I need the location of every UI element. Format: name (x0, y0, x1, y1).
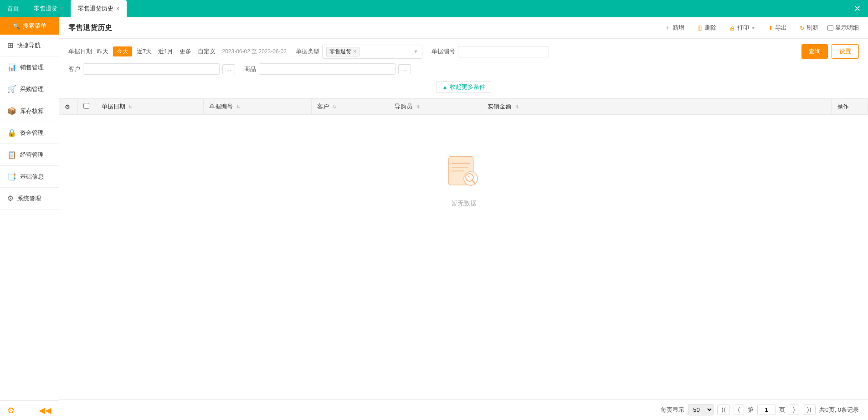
collapse-row: ▲ 收起更多条件 (68, 79, 859, 93)
filter-row-1: 单据日期 昨天 今天 近7天 近1月 更多 自定义 2023-06-02 至 2… (68, 44, 859, 59)
th-guide-sort[interactable]: ⇅ (416, 104, 420, 109)
export-label: 导出 (775, 24, 787, 32)
goods-input[interactable] (259, 63, 395, 75)
query-button[interactable]: 查询 (801, 44, 828, 59)
voucher-no-label: 单据编号 (431, 47, 455, 56)
th-date-label: 单据日期 (102, 103, 125, 110)
collapse-sidebar-icon[interactable]: ◀◀ (39, 405, 51, 415)
sidebar-item-finance[interactable]: 🔒 资金管理 (0, 122, 59, 144)
settings-gear-icon[interactable]: ⚙ (7, 405, 15, 415)
th-amount-sort[interactable]: ⇅ (515, 104, 519, 109)
show-detail-label-text: 显示明细 (835, 24, 859, 32)
date-opt-more[interactable]: 更多 (178, 46, 193, 56)
total-info: 共0页, 0条记录 (819, 406, 859, 414)
sidebar-item-inventory-label: 库存核算 (20, 107, 44, 115)
date-options: 昨天 今天 近7天 近1月 更多 自定义 (95, 46, 217, 56)
sales-icon: 📊 (7, 63, 16, 72)
th-date-sort[interactable]: ⇅ (128, 104, 132, 109)
top-bar: 首页 零售退货 × 零售退货历史 × ✕ (0, 0, 868, 17)
sidebar-item-inventory[interactable]: 📦 库存核算 (0, 100, 59, 122)
tab-retail-return[interactable]: 零售退货 × (26, 0, 71, 17)
date-opt-today[interactable]: 今天 (113, 46, 132, 56)
voucher-type-tag-text: 零售退货 (329, 48, 351, 56)
close-window-btn[interactable]: ✕ (854, 4, 868, 14)
export-btn[interactable]: ⬆ 导出 (765, 22, 791, 34)
tab-retail-return-history-label: 零售退货历史 (78, 5, 113, 13)
customer-filter-item: 客户 ... (68, 63, 235, 75)
date-opt-7days[interactable]: 近7天 (135, 46, 154, 56)
tab-retail-return-history[interactable]: 零售退货历史 × (71, 0, 127, 17)
close-tab-retail-return[interactable]: × (60, 5, 63, 12)
sidebar-item-operations[interactable]: 📋 经营管理 (0, 144, 59, 166)
collapse-button[interactable]: ▲ 收起更多条件 (436, 81, 491, 93)
voucher-no-filter-item: 单据编号 (431, 46, 549, 57)
header-actions: ＋ 新增 🗑 删除 🖨 打印 ▼ ⬆ 导出 ↻ 刷新 (661, 22, 859, 34)
date-opt-1month[interactable]: 近1月 (156, 46, 175, 56)
select-all-checkbox[interactable] (83, 103, 89, 109)
per-page-select[interactable]: 10 20 50 100 (688, 404, 714, 415)
goods-label: 商品 (244, 65, 256, 73)
print-btn[interactable]: 🖨 打印 ▼ (726, 22, 759, 34)
table-area: ⚙ 单据日期 ⇅ 单据编号 ⇅ (59, 99, 868, 399)
sidebar-item-system-mgmt[interactable]: ⚙ 系统管理 (0, 188, 59, 210)
date-filter-label: 单据日期 (68, 47, 92, 56)
finance-icon: 🔒 (7, 128, 16, 137)
sidebar-item-basic-info[interactable]: 📑 基础信息 (0, 166, 59, 188)
column-settings-icon[interactable]: ⚙ (65, 103, 70, 110)
search-icon: 🔍 (13, 23, 20, 30)
th-actions-label: 操作 (837, 103, 849, 110)
goods-filter-item: 商品 ... (244, 63, 411, 75)
th-no: 单据编号 ⇅ (204, 99, 312, 115)
sidebar-item-purchase-mgmt[interactable]: 🛒 采购管理 (0, 78, 59, 100)
content-area: 零售退货历史 ＋ 新增 🗑 删除 🖨 打印 ▼ ⬆ 导出 (59, 17, 868, 420)
customer-input[interactable] (83, 63, 220, 75)
delete-label: 删除 (705, 24, 717, 32)
th-settings[interactable]: ⚙ (59, 99, 77, 115)
delete-icon: 🗑 (697, 25, 703, 31)
sidebar-search[interactable]: 🔍 搜索菜单 (0, 17, 59, 35)
print-label: 打印 (737, 24, 749, 32)
print-arrow: ▼ (751, 26, 755, 31)
filter-row-2: 客户 ... 商品 ... (68, 63, 859, 75)
collapse-arrow-icon: ▲ (442, 84, 448, 91)
collapse-label: 收起更多条件 (450, 83, 485, 91)
empty-state: 暂无数据 (59, 115, 868, 244)
voucher-no-input[interactable] (458, 46, 549, 57)
voucher-type-tag-close[interactable]: × (353, 48, 356, 55)
customer-ellipsis-btn[interactable]: ... (222, 64, 235, 74)
th-no-sort[interactable]: ⇅ (236, 104, 240, 109)
goods-ellipsis-btn[interactable]: ... (398, 64, 411, 74)
th-guide-label: 导购员 (395, 103, 412, 110)
th-customer-sort[interactable]: ⇅ (333, 104, 336, 109)
pagination-first-btn[interactable]: ⟨⟨ (717, 405, 730, 415)
voucher-type-label: 单据类型 (296, 47, 319, 56)
th-amount: 实销金额 ⇅ (482, 99, 831, 115)
show-detail-checkbox[interactable] (827, 25, 833, 31)
purchase-icon: 🛒 (7, 85, 16, 93)
settings-button[interactable]: 设置 (832, 44, 859, 59)
date-opt-custom[interactable]: 自定义 (196, 46, 217, 56)
refresh-btn[interactable]: ↻ 刷新 (796, 22, 822, 34)
pagination-next-btn[interactable]: ⟩ (789, 405, 799, 415)
sidebar-item-sales-mgmt[interactable]: 📊 销售管理 (0, 56, 59, 78)
page-label: 第 (748, 406, 754, 414)
new-icon: ＋ (665, 24, 671, 32)
new-btn[interactable]: ＋ 新增 (661, 22, 688, 34)
page-input[interactable] (757, 405, 776, 415)
close-tab-retail-return-history[interactable]: × (116, 5, 119, 12)
delete-btn[interactable]: 🗑 删除 (693, 22, 720, 34)
th-checkbox[interactable] (77, 99, 96, 115)
basic-info-icon: 📑 (7, 172, 16, 181)
page-suffix: 页 (779, 406, 785, 414)
refresh-icon: ↻ (800, 25, 805, 31)
date-opt-yesterday[interactable]: 昨天 (95, 46, 110, 56)
voucher-type-select[interactable]: 零售退货 × ▼ (322, 45, 422, 59)
new-label: 新增 (673, 24, 684, 32)
tab-home[interactable]: 首页 (0, 0, 26, 17)
refresh-label: 刷新 (806, 24, 818, 32)
pagination-last-btn[interactable]: ⟩⟩ (803, 405, 816, 415)
sidebar-item-quick-nav[interactable]: ⊞ 快捷导航 (0, 35, 59, 56)
data-table: ⚙ 单据日期 ⇅ 单据编号 ⇅ (59, 99, 868, 115)
pagination-prev-btn[interactable]: ⟨ (734, 405, 744, 415)
per-page-label: 每页显示 (661, 406, 684, 414)
